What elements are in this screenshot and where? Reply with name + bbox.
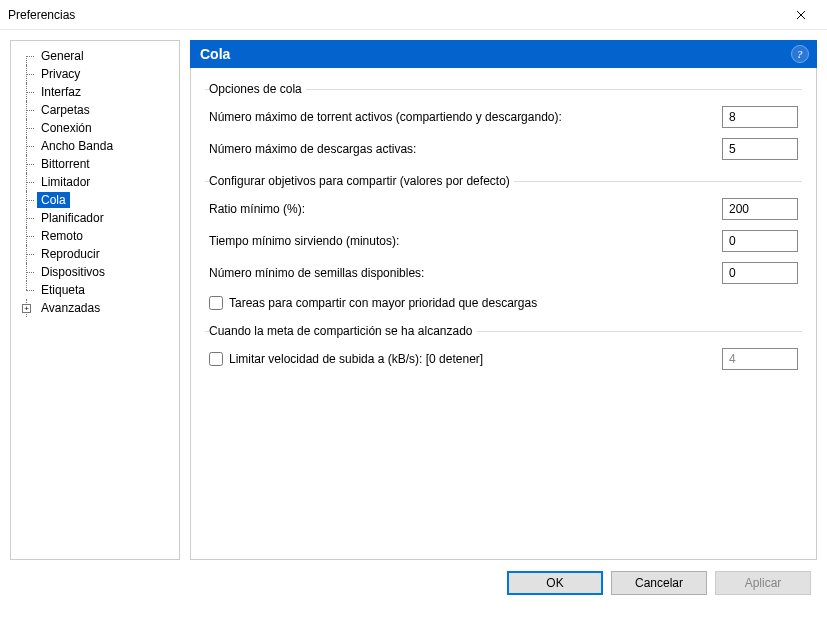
sidebar-item-remoto[interactable]: Remoto bbox=[13, 227, 177, 245]
sidebar-item-label: Interfaz bbox=[37, 84, 85, 100]
sidebar-item-label: Planificador bbox=[37, 210, 108, 226]
sidebar-item-label: Dispositivos bbox=[37, 264, 109, 280]
tree-branch-icon bbox=[17, 227, 37, 245]
sidebar-item-label: Bittorrent bbox=[37, 156, 94, 172]
sidebar-item-ancho-banda[interactable]: Ancho Banda bbox=[13, 137, 177, 155]
sidebar: General Privacy Interfaz Carpetas Conexi… bbox=[10, 40, 180, 560]
tree-branch-icon bbox=[17, 263, 37, 281]
group-seed-targets: Configurar objetivos para compartir (val… bbox=[205, 174, 802, 310]
sidebar-item-label: Conexión bbox=[37, 120, 96, 136]
panel-title: Cola bbox=[200, 46, 230, 62]
seed-time-input[interactable] bbox=[722, 230, 798, 252]
sidebar-item-label: Privacy bbox=[37, 66, 84, 82]
sidebar-item-dispositivos[interactable]: Dispositivos bbox=[13, 263, 177, 281]
sidebar-item-label: Limitador bbox=[37, 174, 94, 190]
sidebar-item-label: Cola bbox=[37, 192, 70, 208]
window-title: Preferencias bbox=[8, 8, 75, 22]
sidebar-item-label: General bbox=[37, 48, 88, 64]
group-legend: Configurar objetivos para compartir (val… bbox=[209, 174, 514, 188]
titlebar: Preferencias bbox=[0, 0, 827, 30]
limit-upload-checkbox[interactable] bbox=[209, 352, 223, 366]
sidebar-item-label: Remoto bbox=[37, 228, 87, 244]
group-legend: Opciones de cola bbox=[209, 82, 306, 96]
tree-branch-icon bbox=[17, 65, 37, 83]
sidebar-item-label: Etiqueta bbox=[37, 282, 89, 298]
sidebar-item-limitador[interactable]: Limitador bbox=[13, 173, 177, 191]
min-seeds-input[interactable] bbox=[722, 262, 798, 284]
tree-branch-icon bbox=[17, 173, 37, 191]
limit-upload-input bbox=[722, 348, 798, 370]
tree-branch-icon bbox=[17, 83, 37, 101]
priority-checkbox-label[interactable]: Tareas para compartir con mayor priorida… bbox=[229, 296, 537, 310]
sidebar-item-label: Ancho Banda bbox=[37, 138, 117, 154]
max-active-label: Número máximo de torrent activos (compar… bbox=[209, 110, 562, 124]
tree-branch-icon bbox=[17, 155, 37, 173]
group-legend: Cuando la meta de compartición se ha alc… bbox=[209, 324, 477, 338]
ok-button[interactable]: OK bbox=[507, 571, 603, 595]
limit-upload-checkbox-label[interactable]: Limitar velocidad de subida a (kB/s): [0… bbox=[229, 352, 483, 366]
tree-branch-icon bbox=[17, 47, 37, 65]
sidebar-item-bittorrent[interactable]: Bittorrent bbox=[13, 155, 177, 173]
sidebar-item-privacy[interactable]: Privacy bbox=[13, 65, 177, 83]
sidebar-item-avanzadas[interactable]: + Avanzadas bbox=[13, 299, 177, 317]
tree-branch-icon bbox=[17, 191, 37, 209]
help-icon[interactable]: ? bbox=[791, 45, 809, 63]
group-goal-reached: Cuando la meta de compartición se ha alc… bbox=[205, 324, 802, 370]
panel-body: Opciones de cola Número máximo de torren… bbox=[190, 68, 817, 560]
close-button[interactable] bbox=[781, 1, 821, 29]
main-panel: Cola ? Opciones de cola Número máximo de… bbox=[190, 40, 817, 560]
group-queue-options: Opciones de cola Número máximo de torren… bbox=[205, 82, 802, 160]
sidebar-item-label: Reproducir bbox=[37, 246, 104, 262]
max-active-input[interactable] bbox=[722, 106, 798, 128]
sidebar-item-label: Avanzadas bbox=[37, 300, 104, 316]
sidebar-item-cola[interactable]: Cola bbox=[13, 191, 177, 209]
close-icon bbox=[796, 10, 806, 20]
tree-branch-icon bbox=[17, 281, 37, 299]
tree-branch-icon bbox=[17, 137, 37, 155]
tree-expand-icon[interactable]: + bbox=[17, 299, 37, 317]
panel-header: Cola ? bbox=[190, 40, 817, 68]
tree-branch-icon bbox=[17, 101, 37, 119]
apply-button: Aplicar bbox=[715, 571, 811, 595]
sidebar-item-general[interactable]: General bbox=[13, 47, 177, 65]
footer: OK Cancelar Aplicar bbox=[0, 560, 827, 606]
tree-branch-icon bbox=[17, 209, 37, 227]
sidebar-item-carpetas[interactable]: Carpetas bbox=[13, 101, 177, 119]
sidebar-item-conexion[interactable]: Conexión bbox=[13, 119, 177, 137]
max-downloads-input[interactable] bbox=[722, 138, 798, 160]
sidebar-item-planificador[interactable]: Planificador bbox=[13, 209, 177, 227]
seed-time-label: Tiempo mínimo sirviendo (minutos): bbox=[209, 234, 399, 248]
sidebar-item-interfaz[interactable]: Interfaz bbox=[13, 83, 177, 101]
max-downloads-label: Número máximo de descargas activas: bbox=[209, 142, 416, 156]
ratio-label: Ratio mínimo (%): bbox=[209, 202, 305, 216]
sidebar-item-etiqueta[interactable]: Etiqueta bbox=[13, 281, 177, 299]
priority-checkbox[interactable] bbox=[209, 296, 223, 310]
tree-branch-icon bbox=[17, 119, 37, 137]
ratio-input[interactable] bbox=[722, 198, 798, 220]
sidebar-item-reproducir[interactable]: Reproducir bbox=[13, 245, 177, 263]
cancel-button[interactable]: Cancelar bbox=[611, 571, 707, 595]
min-seeds-label: Número mínimo de semillas disponibles: bbox=[209, 266, 424, 280]
sidebar-item-label: Carpetas bbox=[37, 102, 94, 118]
tree-branch-icon bbox=[17, 245, 37, 263]
